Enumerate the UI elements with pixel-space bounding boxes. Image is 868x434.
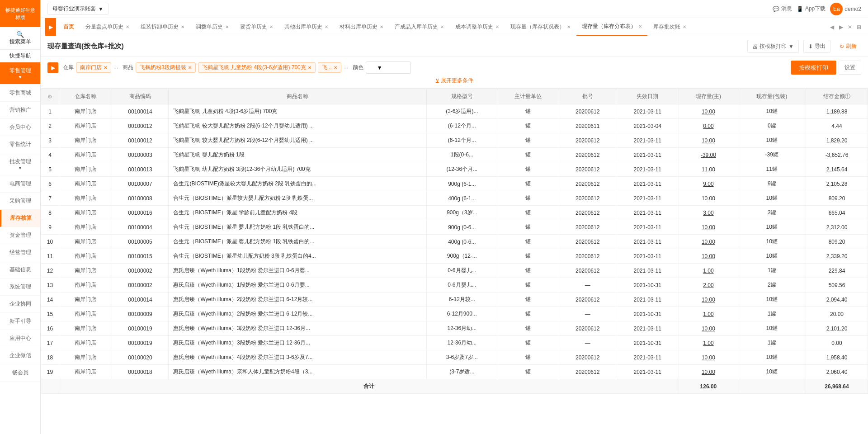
sidebar-item-corp-wechat[interactable]: 企业微信: [0, 347, 40, 364]
sidebar-item-wholesale[interactable]: 批发管理 ▼: [0, 153, 40, 175]
tab-stock-status[interactable]: 现存量（库存状况表） ✕: [505, 18, 576, 36]
sidebar-item-new-guide[interactable]: 新手引导: [0, 313, 40, 330]
tab-close-cost-adj[interactable]: ✕: [495, 24, 499, 29]
cell-qty-main[interactable]: 10.00: [679, 292, 738, 307]
print-btn[interactable]: 🖨 按模板打印 ▼: [747, 40, 799, 53]
tab-home[interactable]: 首页: [58, 18, 80, 36]
export-btn[interactable]: ⬇ 导出: [803, 40, 830, 53]
sidebar-item-member-center[interactable]: 会员中心: [0, 119, 40, 136]
quick-nav[interactable]: 快捷导航: [0, 50, 40, 62]
sidebar-item-purchase[interactable]: 采购管理: [0, 193, 40, 210]
col-setting[interactable]: ⚙: [41, 89, 59, 104]
tab-close-assemble[interactable]: ✕: [181, 24, 184, 29]
sidebar-item-member-club[interactable]: 畅会员: [0, 364, 40, 382]
cell-code: 00100019: [112, 321, 169, 336]
tab-close-disk[interactable]: ✕: [126, 24, 129, 29]
tab-material-out[interactable]: 材料出库单历史 ✕: [334, 18, 389, 36]
tab-assemble[interactable]: 组装拆卸单历史 ✕: [135, 18, 190, 36]
cell-qty-main[interactable]: -39.00: [679, 148, 738, 162]
nav-close-all[interactable]: ✕: [845, 20, 854, 34]
search-menu[interactable]: 🔍 搜索菜单: [0, 27, 40, 50]
nav-expand[interactable]: ⊞: [854, 20, 863, 34]
cell-qty-main[interactable]: 1.00: [679, 264, 738, 278]
cell-qty-main[interactable]: 2.00: [679, 278, 738, 292]
sidebar-item-finance[interactable]: 资金管理: [0, 227, 40, 244]
col-expiry: 失效日期: [616, 89, 679, 104]
goods-tag-1[interactable]: 飞鹤奶粉3段两提装 ✕: [136, 62, 196, 73]
nav-prev[interactable]: ◀: [827, 20, 836, 34]
tab-transfer[interactable]: 调拨单历史 ✕: [190, 18, 235, 36]
cell-qty-main[interactable]: 1.00: [679, 307, 738, 321]
cell-qty-main[interactable]: 10.00: [679, 249, 738, 264]
cell-balance: 4.44: [806, 119, 868, 133]
sidebar-item-enterprise[interactable]: 企业协同: [0, 296, 40, 313]
cell-qty-main[interactable]: 10.00: [679, 365, 738, 379]
sidebar-item-retail-stats[interactable]: 零售统计: [0, 136, 40, 153]
goods-tag-remove-3[interactable]: ✕: [334, 65, 337, 70]
cell-qty-main[interactable]: 10.00: [679, 104, 738, 119]
refresh-btn[interactable]: ↻ 刷新: [835, 40, 861, 52]
tab-batch-ledger[interactable]: 库存批次账 ✕: [648, 18, 692, 36]
tab-product-in[interactable]: 产成品入库单历史 ✕: [389, 18, 450, 36]
tab-close-stock-status[interactable]: ✕: [567, 24, 571, 29]
sidebar-item-inventory[interactable]: 库存核算: [0, 210, 40, 227]
nav-next[interactable]: ▶: [836, 20, 845, 34]
warehouse-more-icon[interactable]: ···: [113, 65, 118, 71]
col-settings-icon[interactable]: ⚙: [47, 94, 52, 100]
sidebar-item-retail-mgmt[interactable]: 零售管理 ▼: [0, 62, 40, 85]
cell-qty-main[interactable]: 11.00: [679, 162, 738, 177]
tab-close-other-out[interactable]: ✕: [325, 24, 328, 29]
sidebar-item-ops-mgmt[interactable]: 经营管理: [0, 244, 40, 261]
tab-cost-adj[interactable]: 成本调整单历史 ✕: [450, 18, 505, 36]
goods-more-icon[interactable]: ···: [344, 65, 348, 71]
sidebar-item-marketing[interactable]: 营销推广: [0, 102, 40, 119]
tab-close-product-in[interactable]: ✕: [440, 24, 444, 29]
cell-spec: 3-6岁及7岁...: [427, 350, 497, 365]
cell-qty-main[interactable]: 3.00: [679, 206, 738, 220]
tab-stock-dist[interactable]: 现存量（库存分布表） ✕: [576, 18, 648, 36]
cell-qty-main[interactable]: 10.00: [679, 133, 738, 148]
warehouse-remove-icon[interactable]: ✕: [104, 65, 107, 70]
sidebar-item-ecommerce[interactable]: 电商管理: [0, 175, 40, 193]
cell-unit: 罐: [497, 119, 559, 133]
sidebar-item-retail-store[interactable]: 零售商城: [0, 85, 40, 102]
goods-tag-3[interactable]: 飞... ✕: [318, 62, 341, 73]
color-dropdown[interactable]: ▼: [366, 61, 411, 74]
tab-disk[interactable]: 分量盘点单历史 ✕: [80, 18, 135, 36]
goods-tag-remove-2[interactable]: ✕: [308, 65, 311, 70]
warehouse-tag[interactable]: 南岸门店 ✕: [76, 62, 111, 73]
cell-code: 00100012: [112, 119, 169, 133]
cell-batch: 20200611: [559, 119, 616, 133]
cell-qty-main[interactable]: 10.00: [679, 350, 738, 365]
tab-close-batch-ledger[interactable]: ✕: [683, 24, 686, 29]
cell-qty-main[interactable]: 10.00: [679, 191, 738, 206]
cell-qty-main[interactable]: 10.00: [679, 321, 738, 336]
cell-qty-main[interactable]: 0.00: [679, 119, 738, 133]
user-avatar-btn[interactable]: Ea demo2: [830, 3, 861, 15]
cell-qty-main[interactable]: 10.00: [679, 220, 738, 235]
nav-expand-btn[interactable]: ▶: [45, 18, 56, 36]
sidebar-item-sys-mgmt[interactable]: 系统管理: [0, 278, 40, 296]
account-dropdown[interactable]: 母婴行业演示账套 ▼: [47, 3, 108, 15]
cell-spec: 0-6月婴儿...: [427, 264, 497, 278]
tab-close-transfer[interactable]: ✕: [225, 24, 229, 29]
cell-qty-main[interactable]: 9.00: [679, 177, 738, 191]
tab-close-stock-dist[interactable]: ✕: [638, 24, 642, 29]
cell-spec: 400g (0-6...: [427, 235, 497, 249]
cell-qty-main[interactable]: 1.00: [679, 336, 738, 350]
expand-more-btn[interactable]: ⊻ 展开更多条件: [435, 77, 473, 85]
filter-expand-toggle[interactable]: ▶: [47, 62, 58, 73]
goods-tag-2[interactable]: 飞鹤星飞帆 儿童奶粉 4段(3-6岁适用) 700克 ✕: [198, 62, 316, 73]
tab-order[interactable]: 要货单历史 ✕: [235, 18, 279, 36]
message-btn[interactable]: 💬 消息: [773, 5, 792, 13]
goods-tag-remove-1[interactable]: ✕: [188, 65, 192, 70]
settings-button[interactable]: 设置: [839, 61, 861, 75]
tab-close-material-out[interactable]: ✕: [380, 24, 383, 29]
tab-other-out[interactable]: 其他出库单历史 ✕: [279, 18, 334, 36]
tab-close-order[interactable]: ✕: [269, 24, 273, 29]
sidebar-item-basic-info[interactable]: 基础信息: [0, 261, 40, 278]
query-button[interactable]: 按模板打印: [791, 61, 836, 75]
app-download-btn[interactable]: 📱 App下载: [797, 5, 826, 13]
cell-qty-main[interactable]: 10.00: [679, 235, 738, 249]
sidebar-item-app-center[interactable]: 应用中心: [0, 330, 40, 347]
